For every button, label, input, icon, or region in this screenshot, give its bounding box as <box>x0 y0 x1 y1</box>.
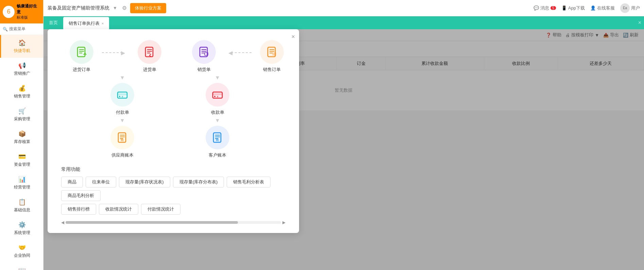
flow-node-supplier-account[interactable]: 账 供应商账本 <box>102 126 143 158</box>
func-btn-sales-profit-analysis[interactable]: 销售毛利分析表 <box>227 177 271 187</box>
svg-rect-17 <box>273 53 276 55</box>
common-functions-title: 常用功能 <box>61 166 285 173</box>
title-dropdown-icon[interactable]: ▼ <box>113 5 117 11</box>
sales-icon: 💰 <box>18 85 26 92</box>
sidebar-item-purchase[interactable]: 🛒 采购管理 <box>0 103 43 126</box>
svg-text:账: 账 <box>216 138 219 142</box>
arrow-purchase-order-to-bill: ▶ <box>102 52 129 60</box>
search-icon: 🔍 <box>3 27 8 32</box>
purchase-bill-circle <box>138 40 161 64</box>
flow-arrows-v-row2: ▼ ▼ <box>102 115 285 126</box>
purchase-order-circle <box>70 40 93 64</box>
settings-icon[interactable]: ⚙ <box>122 5 127 11</box>
func-buttons-row2: 销售排行榜 收款情况统计 付款情况统计 <box>61 204 285 215</box>
customer-account-circle: 账 <box>206 126 229 149</box>
flow-node-customer-account[interactable]: 账 客户账本 <box>197 126 238 158</box>
sidebar-item-marketing[interactable]: 📢 营销推广 <box>0 58 43 80</box>
func-btn-product[interactable]: 商品 <box>61 177 83 187</box>
topbar: 装备及固定资产辅助管理系统 ▼ ⚙ 体验行业方案 💬 消息 5 📱 App下载 … <box>43 0 644 16</box>
flow-node-purchase-bill[interactable]: 进货单 <box>129 40 170 73</box>
message-button[interactable]: 💬 消息 5 <box>534 5 556 11</box>
tabbar: 首页 销售订单执行表 × × <box>43 16 644 29</box>
func-btn-inventory-distribution[interactable]: 现存量(库存分布表) <box>173 177 224 187</box>
flow-node-purchase-order[interactable]: 进货订单 <box>61 40 102 73</box>
message-badge: 5 <box>551 6 556 10</box>
flow-row-3: 账 供应商账本 账 客户账本 <box>102 126 285 158</box>
modal-close-button[interactable]: × <box>291 33 295 40</box>
logo[interactable]: 6 畅康通好生意 标准版 <box>0 0 43 23</box>
operations-icon: 📊 <box>18 176 26 183</box>
sale-order-circle <box>260 40 284 64</box>
flow-node-payment[interactable]: ¥ 付款单 <box>102 83 143 115</box>
logo-text: 畅康通好生意 标准版 <box>17 3 40 20</box>
topbar-right: 💬 消息 5 📱 App下载 👤 在线客服 Ea 用户 <box>534 3 640 13</box>
download-icon: 📱 <box>561 5 567 11</box>
func-btn-payment-stats[interactable]: 付款情况统计 <box>141 204 180 215</box>
receipt-circle: ¥ <box>206 83 229 107</box>
marketing-icon: 📢 <box>18 62 26 69</box>
arrow-sale-order-to-bill: ◀ <box>224 52 251 60</box>
sidebar-item-operations[interactable]: 📊 经营管理 <box>0 172 43 194</box>
sidebar-item-guide[interactable]: 📖 新手引导 <box>0 263 43 270</box>
svg-point-20 <box>119 96 120 97</box>
message-icon: 💬 <box>534 5 539 11</box>
common-functions: 常用功能 商品 往来单位 现存量(库存状况表) 现存量(库存分布表) 销售毛利分… <box>61 166 285 215</box>
basic-info-icon: 📋 <box>18 198 26 206</box>
sidebar: 6 畅康通好生意 标准版 🔍 搜索菜单 🏠 快捷导航 📢 营销推广 💰 销售管理… <box>0 0 43 270</box>
modal-scrollbar: ◀ ▶ <box>61 220 285 225</box>
search-menu[interactable]: 🔍 搜索菜单 <box>0 23 43 35</box>
func-btn-sales-ranking[interactable]: 销售排行榜 <box>61 204 96 215</box>
payment-circle: ¥ <box>110 83 134 107</box>
tab-sales-order-execution[interactable]: 销售订单执行表 × <box>63 17 109 30</box>
flow-arrows-v-row1: ▼ ▼ <box>102 73 285 83</box>
trial-button[interactable]: 体验行业方案 <box>130 3 166 13</box>
flow-row-1: 进货订单 ▶ 进货单 销货单 <box>61 40 285 73</box>
scroll-left-button[interactable]: ◀ <box>61 220 64 225</box>
func-buttons-row1: 商品 往来单位 现存量(库存状况表) 现存量(库存分布表) 销售毛利分析表 商品… <box>61 177 285 201</box>
sidebar-item-sales[interactable]: 💰 销售管理 <box>0 80 43 103</box>
sidebar-item-finance[interactable]: 💳 资金管理 <box>0 149 43 172</box>
svg-rect-0 <box>77 47 85 57</box>
sale-bill-circle <box>192 40 216 64</box>
flow-row-2: ¥ 付款单 ¥ 收款单 <box>102 83 285 115</box>
user-menu[interactable]: Ea 用户 <box>620 3 640 13</box>
quick-nav-modal: × 进货订单 ▶ 进货单 <box>48 29 299 233</box>
flow-node-sale-order[interactable]: 销售订单 <box>251 40 292 73</box>
flow-node-receipt[interactable]: ¥ 收款单 <box>197 83 238 115</box>
arrow-down-sale: ▼ <box>197 73 238 83</box>
tab-home[interactable]: 首页 <box>43 16 63 29</box>
sidebar-nav: 🏠 快捷导航 📢 营销推广 💰 销售管理 🛒 采购管理 📦 库存核算 💳 资金管… <box>0 35 43 270</box>
home-icon: 🏠 <box>18 39 26 47</box>
svg-text:账: 账 <box>121 138 124 142</box>
sidebar-item-inventory[interactable]: 📦 库存核算 <box>0 126 43 149</box>
close-all-tabs-button[interactable]: × <box>638 20 641 26</box>
arrow-down-receipt: ▼ <box>197 115 238 126</box>
arrow-down-purchase: ▼ <box>102 73 143 83</box>
sidebar-item-collaboration[interactable]: 🤝 企业协同 <box>0 240 43 263</box>
finance-icon: 💳 <box>18 153 26 160</box>
scrollbar-track <box>66 221 281 224</box>
sidebar-item-quick-nav[interactable]: 🏠 快捷导航 <box>0 35 43 58</box>
online-service-button[interactable]: 👤 在线客服 <box>590 5 615 11</box>
arrow-down-payment: ▼ <box>102 115 143 126</box>
scroll-right-button[interactable]: ▶ <box>282 220 285 225</box>
tab-close-icon[interactable]: × <box>102 21 104 25</box>
scrollbar-thumb[interactable] <box>66 221 238 224</box>
func-btn-receipt-stats[interactable]: 收款情况统计 <box>99 204 138 215</box>
sidebar-item-basic-info[interactable]: 📋 基础信息 <box>0 194 43 217</box>
collaboration-icon: 🤝 <box>18 244 26 251</box>
func-btn-contacts[interactable]: 往来单位 <box>86 177 116 187</box>
svg-text:¥: ¥ <box>121 95 123 98</box>
svg-text:¥: ¥ <box>216 95 219 98</box>
flow-diagram: 进货订单 ▶ 进货单 销货单 <box>61 40 285 158</box>
purchase-icon: 🛒 <box>18 107 26 115</box>
system-title: 装备及固定资产辅助管理系统 <box>48 5 109 11</box>
func-btn-inventory-status[interactable]: 现存量(库存状况表) <box>119 177 170 187</box>
func-btn-product-profit-analysis[interactable]: 商品毛利分析 <box>61 190 101 201</box>
flow-node-sale-bill[interactable]: 销货单 <box>184 40 224 73</box>
inventory-icon: 📦 <box>18 130 26 138</box>
guide-icon: 📖 <box>18 267 26 270</box>
sidebar-item-system[interactable]: ⚙️ 系统管理 <box>0 217 43 240</box>
app-download-button[interactable]: 📱 App下载 <box>561 5 585 11</box>
svg-point-24 <box>214 96 215 97</box>
